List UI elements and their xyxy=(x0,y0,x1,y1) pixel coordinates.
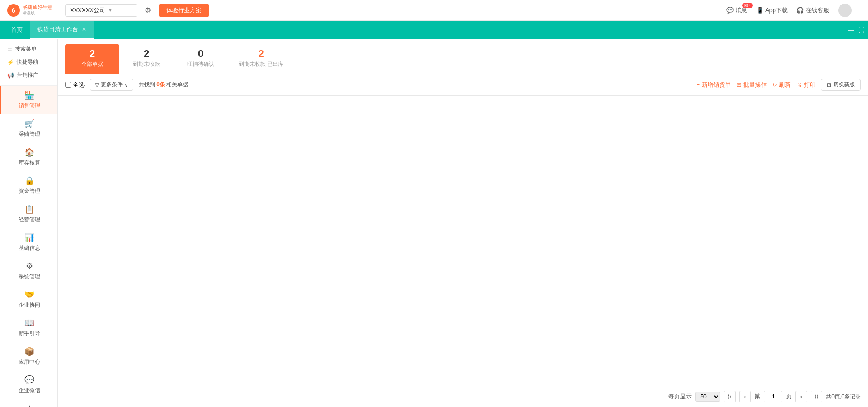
marketing-icon: 📢 xyxy=(7,72,14,79)
last-page-button[interactable]: ⟩⟩ xyxy=(811,391,822,402)
pagination: 每页显示 50 100 200 ⟨⟨ ＜ 第 页 ＞ ⟩⟩ 共0页,0条记录 xyxy=(58,386,868,407)
purchase-label: 采购管理 xyxy=(19,131,40,138)
basic-label: 基础信息 xyxy=(19,244,40,252)
nav-minimize-icon[interactable]: — xyxy=(848,26,854,33)
batch-operation-button[interactable]: ⊞ 批量操作 xyxy=(736,81,767,89)
message-icon: 💬 xyxy=(726,7,734,14)
sidebar-item-system[interactable]: ⚙ 系统管理 xyxy=(0,257,57,285)
refresh-icon: ↻ xyxy=(772,81,777,88)
tab-workbench-close[interactable]: ✕ xyxy=(82,26,86,33)
sidebar-item-search[interactable]: ☰ 搜索菜单 xyxy=(4,42,54,56)
found-text: 共找到 0条 相关单据 xyxy=(139,81,188,89)
add-label: 新增销货单 xyxy=(702,81,731,89)
sidebar-item-wechat[interactable]: 💬 企业微信 xyxy=(0,370,57,399)
stats-tabs-row: 2 全部单据 2 到期未收款 0 旺辅待确认 2 到期未收款 已出库 xyxy=(65,44,861,74)
sidebar-item-guide[interactable]: 📖 新手引导 xyxy=(0,313,57,342)
system-icon: ⚙ xyxy=(26,261,33,271)
stat-tab-overdue[interactable]: 2 到期未收款 xyxy=(119,44,174,74)
tab-workbench[interactable]: 钱货日清工作台 ✕ xyxy=(30,21,94,39)
found-suffix: 相关单据 xyxy=(166,81,188,88)
print-icon: 🖨 xyxy=(796,81,802,88)
nav-tabs: 首页 钱货日清工作台 ✕ — ⛶ xyxy=(0,21,868,39)
sidebar-item-sales[interactable]: 🏪 销售管理 xyxy=(0,86,57,114)
sidebar-item-operation[interactable]: 📋 经营管理 xyxy=(0,200,57,228)
page-unit: 页 xyxy=(786,393,792,401)
refresh-button[interactable]: ↻ 刷新 xyxy=(772,81,791,89)
sidebar-item-inventory[interactable]: 🏠 库存核算 xyxy=(0,143,57,171)
tab-home[interactable]: 首页 xyxy=(4,21,30,39)
company-name: XXXXXX公司 xyxy=(70,6,105,14)
sidebar-item-finance[interactable]: 🔒 资金管理 xyxy=(0,171,57,200)
message-button[interactable]: 💬 消息 99+ xyxy=(726,6,747,14)
sidebar-item-cooperation[interactable]: 🤝 企业协同 xyxy=(0,285,57,313)
avatar[interactable] xyxy=(838,4,852,17)
page-number-input[interactable] xyxy=(764,391,782,402)
switch-version-button[interactable]: ⊡ 切换新版 xyxy=(821,79,861,91)
per-page-label: 每页显示 xyxy=(668,393,692,401)
sidebar-item-marketing[interactable]: 📢 营销推广 xyxy=(4,69,54,82)
appstore-icon: 📦 xyxy=(24,346,34,356)
per-page-select[interactable]: 50 100 200 xyxy=(695,392,720,402)
sidebar-item-purchase[interactable]: 🛒 采购管理 xyxy=(0,114,57,143)
tab-workbench-label: 钱货日清工作台 xyxy=(37,25,78,33)
sidebar-item-member[interactable]: ✦ 畅会员 xyxy=(0,399,57,407)
table-area xyxy=(58,96,868,386)
nav-tabs-right: — ⛶ xyxy=(848,26,864,33)
more-filter-button[interactable]: ▽ 更多条件 ∨ xyxy=(90,79,133,91)
settings-button[interactable]: ⚙ xyxy=(141,4,155,17)
guide-label: 新手引导 xyxy=(19,330,40,337)
message-badge: 99+ xyxy=(742,3,753,8)
guide-icon: 📖 xyxy=(24,318,34,328)
prev-page-button[interactable]: ＜ xyxy=(739,391,751,402)
sales-label: 销售管理 xyxy=(19,102,40,110)
cooperation-icon: 🤝 xyxy=(24,290,34,299)
company-selector[interactable]: XXXXXX公司 ▼ xyxy=(65,4,137,17)
sidebar: ☰ 搜索菜单 ⚡ 快捷导航 📢 营销推广 🏪 销售管理 🛒 采购管理 🏠 库存核… xyxy=(0,39,58,407)
filter-icon: ▽ xyxy=(95,82,99,88)
refresh-label: 刷新 xyxy=(779,81,791,89)
finance-label: 资金管理 xyxy=(19,187,40,195)
stat-tab-all[interactable]: 2 全部单据 xyxy=(65,44,119,74)
purchase-icon: 🛒 xyxy=(24,119,34,129)
online-service-button[interactable]: 🎧 在线客服 xyxy=(797,6,829,14)
logo-text-area: 畅捷通好生意 标准版 xyxy=(23,4,52,16)
stat-tab-wangfu[interactable]: 0 旺辅待确认 xyxy=(174,44,228,74)
content-area: 2 全部单据 2 到期未收款 0 旺辅待确认 2 到期未收款 已出库 xyxy=(58,39,868,407)
switch-icon: ⊡ xyxy=(827,82,831,88)
appstore-label: 应用中心 xyxy=(19,358,40,366)
filter-arrow-icon: ∨ xyxy=(124,82,128,88)
sidebar-item-quicknav[interactable]: ⚡ 快捷导航 xyxy=(4,56,54,69)
operation-icon: 📋 xyxy=(24,204,34,214)
stat-label-overdue: 到期未收款 xyxy=(133,61,160,68)
next-page-button[interactable]: ＞ xyxy=(795,391,807,402)
batch-label: 批量操作 xyxy=(743,81,767,89)
logo-text: 畅捷通好生意 xyxy=(23,4,52,10)
system-label: 系统管理 xyxy=(19,273,40,281)
sidebar-search-area: ☰ 搜索菜单 ⚡ 快捷导航 📢 营销推广 xyxy=(0,39,57,86)
print-button[interactable]: 🖨 打印 xyxy=(796,81,816,89)
stat-num-all: 2 xyxy=(90,48,95,60)
select-all-label: 全选 xyxy=(73,81,85,89)
select-all-checkbox[interactable]: 全选 xyxy=(65,81,85,89)
trial-button[interactable]: 体验行业方案 xyxy=(159,4,209,17)
stat-label-all: 全部单据 xyxy=(81,61,103,68)
stat-tab-shipped[interactable]: 2 到期未收款 已出库 xyxy=(228,44,294,74)
toolbar-right: + 新增销货单 ⊞ 批量操作 ↻ 刷新 🖨 打印 ⊡ 切换新版 xyxy=(696,79,861,91)
first-page-button[interactable]: ⟨⟨ xyxy=(724,391,736,402)
logo-area: 6 畅捷通好生意 标准版 xyxy=(7,4,65,17)
switch-label: 切换新版 xyxy=(833,81,855,89)
app-download-button[interactable]: 📱 App下载 xyxy=(756,6,788,14)
sidebar-item-appstore[interactable]: 📦 应用中心 xyxy=(0,342,57,370)
nav-maximize-icon[interactable]: ⛶ xyxy=(858,26,864,33)
cooperation-label: 企业协同 xyxy=(19,301,40,309)
stats-tabs: 2 全部单据 2 到期未收款 0 旺辅待确认 2 到期未收款 已出库 xyxy=(58,39,868,74)
select-all-input[interactable] xyxy=(65,82,71,88)
batch-icon: ⊞ xyxy=(736,81,741,88)
online-service-label: 在线客服 xyxy=(806,6,829,14)
toolbar: 全选 ▽ 更多条件 ∨ 共找到 0条 相关单据 + 新增销货单 ⊞ 批量操作 xyxy=(58,74,868,96)
quicknav-label: 快捷导航 xyxy=(17,58,38,66)
sidebar-item-basic[interactable]: 📊 基础信息 xyxy=(0,228,57,257)
add-sales-button[interactable]: + 新增销货单 xyxy=(696,81,731,89)
operation-label: 经营管理 xyxy=(19,216,40,224)
header-right: 💬 消息 99+ 📱 App下载 🎧 在线客服 xyxy=(726,4,861,17)
